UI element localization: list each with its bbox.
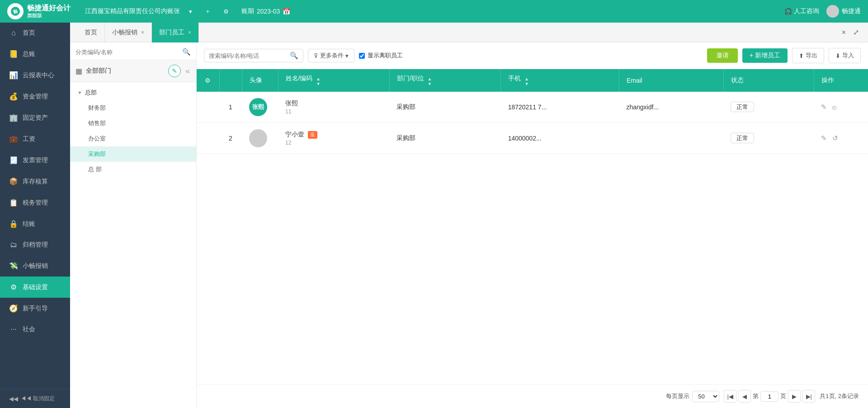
tree-child-general-hq[interactable]: 总 部: [70, 162, 196, 177]
tab-xiaochang-close[interactable]: ×: [141, 29, 144, 36]
th-settings[interactable]: ⚙: [197, 69, 219, 92]
sidebar-item-reports[interactable]: 📊 云报表中心: [0, 65, 70, 86]
th-dept-pos[interactable]: 部门/职位 ▲▼: [389, 69, 500, 92]
sidebar-item-xiaochang[interactable]: 💸 小畅报销: [0, 255, 70, 277]
headset-icon: 🎧: [784, 8, 792, 15]
tab-dept-employee[interactable]: 部门员工 ×: [152, 23, 199, 42]
edit-icon-1[interactable]: ✎: [821, 103, 827, 111]
edit-icon-2[interactable]: ✎: [821, 134, 827, 142]
tree-child-sales-label: 销售部: [88, 120, 106, 127]
sidebar-item-invoice[interactable]: 🧾 发票管理: [0, 150, 70, 171]
tabs-bar: 首页 小畅报销 × 部门员工 × × ⤢: [70, 23, 868, 42]
import-btn[interactable]: ⬇ 导入: [829, 48, 861, 63]
invite-btn[interactable]: 邀请: [707, 48, 738, 63]
sidebar-item-tax[interactable]: 📋 税务管理: [0, 192, 70, 213]
calendar-icon[interactable]: 📅: [283, 8, 290, 15]
tab-xiaochang[interactable]: 小畅报销 ×: [105, 23, 152, 42]
sidebar-item-settings[interactable]: ⚙ 基础设置: [0, 277, 70, 298]
close-window-btn[interactable]: ×: [840, 26, 848, 38]
page-number-input[interactable]: [760, 391, 778, 402]
assets-icon: 🏢: [9, 113, 18, 122]
show-resigned-checkbox[interactable]: [359, 53, 365, 59]
th-phone[interactable]: 手机 ▲▼: [501, 69, 619, 92]
show-resigned-label[interactable]: 显示离职员工: [368, 52, 403, 60]
archive-icon: 🗂: [9, 241, 18, 249]
td-settings-1: [197, 92, 219, 123]
sidebar-item-more[interactable]: ··· 社会: [0, 319, 70, 340]
guide-icon: 🧭: [9, 304, 18, 313]
tree-search-input[interactable]: [75, 49, 179, 56]
add-employee-btn[interactable]: + 新增员工: [742, 48, 788, 63]
last-page-btn[interactable]: ▶|: [802, 390, 815, 403]
name-1: 张熙: [285, 99, 382, 108]
per-page-label: 每页显示: [666, 392, 689, 400]
tree-root-label: 全部部门: [86, 67, 165, 75]
data-panel: 🔍 ⊽ 更多条件 ▾ 显示离职员工 邀请 + 新增员工: [197, 42, 868, 408]
closing-icon: 🔒: [9, 220, 18, 228]
th-name-code[interactable]: 姓名/编码 ▲▼: [278, 69, 389, 92]
status-badge-2: 正常: [731, 133, 754, 143]
export-icon: ⬆: [799, 52, 804, 59]
td-name-2: 宁小壹 应 12: [278, 123, 389, 154]
tree-collapse-btn[interactable]: «: [184, 66, 191, 77]
td-dept-1: 采购部: [389, 92, 500, 123]
per-page-selector[interactable]: 50 20 100: [692, 391, 719, 402]
expand-window-btn[interactable]: ⤢: [851, 26, 861, 38]
tree-child-finance[interactable]: 财务部: [70, 100, 196, 116]
tree-child-purchase-label: 采购部: [88, 150, 106, 157]
user-area[interactable]: 畅捷通: [826, 5, 861, 18]
sidebar-item-guide[interactable]: 🧭 新手引导: [0, 298, 70, 319]
tree-group-hq-text: 总部: [85, 89, 97, 97]
company-name: 江西服宝精品有限责任公司内账张: [85, 7, 180, 15]
delete-icon-2[interactable]: ↺: [832, 134, 838, 142]
td-phone-2: 14000002...: [501, 123, 619, 154]
sidebar-item-salary[interactable]: 💼 工资: [0, 128, 70, 150]
sidebar-item-assets[interactable]: 🏢 固定资产: [0, 107, 70, 128]
more-filter-btn[interactable]: ⊽ 更多条件 ▾: [308, 49, 354, 62]
logout-icon-1[interactable]: ⎋: [832, 103, 836, 111]
sort-phone-icon: ▲▼: [524, 76, 529, 86]
settings-icon: ⚙: [9, 283, 18, 291]
export-btn[interactable]: ⬆ 导出: [792, 48, 824, 63]
employee-search-input[interactable]: [209, 52, 287, 59]
sidebar-label-ledger: 总账: [23, 50, 35, 58]
service-btn[interactable]: 🎧 人工咨询: [784, 7, 819, 15]
code-2: 12: [285, 140, 382, 146]
settings-btn[interactable]: ⚙: [220, 6, 232, 17]
dropdown-arrow-btn[interactable]: ▾: [185, 6, 196, 17]
tabs-actions: × ⤢: [840, 26, 861, 38]
avatar-2: [249, 129, 267, 147]
app-sub: 旗舰版: [27, 12, 71, 19]
sidebar-item-archive[interactable]: 🗂 归档管理: [0, 234, 70, 255]
tab-dept-employee-close[interactable]: ×: [188, 29, 191, 36]
sidebar-label-reports: 云报表中心: [23, 71, 54, 80]
tree-search-icon[interactable]: 🔍: [182, 48, 191, 56]
unpin-btn[interactable]: ◀◀ ◀◀ 取消固定: [0, 389, 70, 408]
table-body: 1 张熙 张熙 11 采购部: [197, 92, 868, 154]
unpin-label: ◀◀ 取消固定: [21, 395, 55, 403]
employee-search-icon[interactable]: 🔍: [290, 52, 298, 60]
tree-edit-btn[interactable]: ✎: [168, 65, 181, 77]
tree-child-office[interactable]: 办公室: [70, 131, 196, 146]
sidebar-label-settings: 基础设置: [23, 283, 48, 291]
sidebar-item-home[interactable]: ⌂ 首页: [0, 23, 70, 43]
sidebar-item-funds[interactable]: 💰 资金管理: [0, 86, 70, 107]
add-company-btn[interactable]: ＋: [201, 5, 214, 17]
user-name: 畅捷通: [842, 7, 861, 15]
next-page-btn[interactable]: ▶: [788, 390, 801, 403]
sidebar-label-assets: 固定资产: [23, 114, 48, 122]
sidebar-label-funds: 资金管理: [23, 93, 48, 101]
tree-child-purchase[interactable]: 采购部: [70, 146, 196, 162]
tree-child-sales[interactable]: 销售部: [70, 116, 196, 131]
sidebar-item-inventory[interactable]: 📦 库存核算: [0, 171, 70, 192]
tab-home[interactable]: 首页: [77, 23, 105, 42]
sidebar: ⌂ 首页 📒 总账 📊 云报表中心 💰 资金管理 🏢 固定资产 💼 工资 🧾 发…: [0, 23, 70, 408]
first-page-btn[interactable]: |◀: [724, 390, 736, 403]
sidebar-item-ledger[interactable]: 📒 总账: [0, 43, 70, 65]
export-label: 导出: [806, 52, 817, 60]
tree-group-hq-label[interactable]: ▼ 总部: [70, 85, 196, 100]
prev-page-btn[interactable]: ◀: [738, 390, 751, 403]
sidebar-item-closing[interactable]: 🔒 结账: [0, 213, 70, 234]
logo-area: 畅 畅捷通好会计 旗舰版: [7, 3, 71, 19]
name-code-1: 张熙 11: [285, 99, 382, 115]
